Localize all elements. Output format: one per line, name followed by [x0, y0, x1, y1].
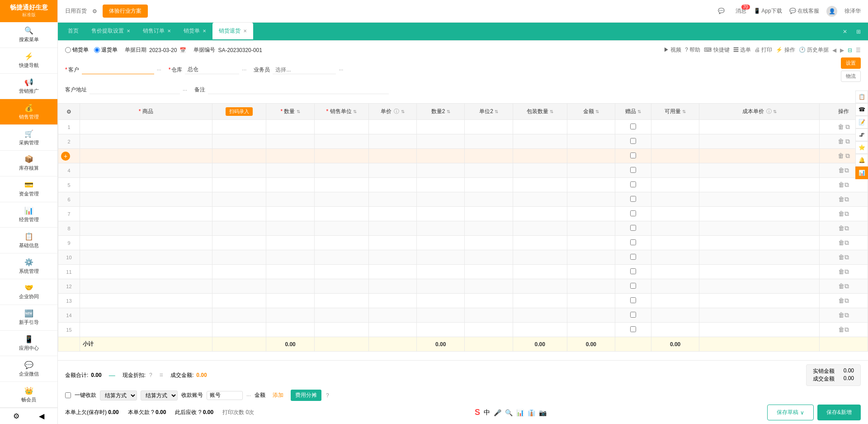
- right-panel-icon-2[interactable]: ☎: [855, 103, 868, 116]
- gift-checkbox[interactable]: [630, 283, 636, 289]
- unit-price-help-icon[interactable]: ⓘ: [394, 108, 399, 114]
- row-delete-icon[interactable]: 🗑: [838, 297, 844, 304]
- history-btn[interactable]: 🕐 历史单据: [799, 46, 829, 54]
- sidebar-item-sales[interactable]: 💰 销售管理: [0, 99, 57, 125]
- pack-qty-cell[interactable]: [513, 149, 567, 163]
- sidebar-item-purchase[interactable]: 🛒 采购管理: [0, 125, 57, 151]
- gift-cell[interactable]: [615, 120, 651, 134]
- grid-view-icon[interactable]: ⊟: [848, 47, 852, 53]
- save-draft-button[interactable]: 保存草稿 ∨: [767, 405, 814, 420]
- chinese-icon[interactable]: 中: [484, 409, 490, 417]
- row-delete-icon[interactable]: 🗑: [838, 268, 844, 275]
- customer-more-icon[interactable]: ···: [157, 67, 161, 73]
- add-payment-button[interactable]: 添加: [269, 391, 287, 400]
- sidebar-item-apps[interactable]: 📱 应用中心: [0, 331, 57, 357]
- gift-cell[interactable]: [615, 134, 651, 149]
- qty2-cell[interactable]: [416, 120, 464, 134]
- shortcut-btn[interactable]: ⌨ 快捷键: [704, 46, 729, 54]
- sidebar-item-guide[interactable]: 🆕 新手引导: [0, 305, 57, 331]
- next-doc-icon[interactable]: ▶: [840, 47, 844, 53]
- sidebar-item-inventory[interactable]: 📦 库存核算: [0, 151, 57, 176]
- quantity-cell[interactable]: [266, 149, 314, 163]
- tab-sales-delivery-close-icon[interactable]: ✕: [203, 29, 206, 33]
- gift-cell[interactable]: [615, 149, 651, 163]
- tab-price-setup[interactable]: 售价提取设置 ✕: [85, 23, 137, 40]
- row-copy-icon[interactable]: ⧉: [844, 167, 849, 174]
- row-copy-icon[interactable]: ⧉: [844, 297, 849, 304]
- sale-type-radio[interactable]: 销货单: [65, 46, 89, 54]
- salesperson-more-icon[interactable]: ···: [339, 67, 343, 73]
- cost-price-cell[interactable]: [699, 149, 820, 163]
- tab-sales-return-close-icon[interactable]: ✕: [243, 29, 247, 33]
- cost-price-cell[interactable]: [699, 120, 820, 134]
- sidebar-item-finance[interactable]: 💳 资金管理: [0, 176, 57, 202]
- pack-qty-cell[interactable]: [513, 120, 567, 134]
- return-radio-input[interactable]: [94, 47, 100, 53]
- select-btn[interactable]: ☰ 选单: [733, 46, 751, 54]
- row-copy-icon[interactable]: ⧉: [845, 123, 850, 130]
- tab-sales-order-close-icon[interactable]: ✕: [167, 29, 171, 33]
- account-input[interactable]: [207, 391, 243, 400]
- search-bottom-icon[interactable]: 🔍: [505, 409, 513, 416]
- sidebar-item-shortcut[interactable]: ⚡ 快捷导航: [0, 48, 57, 74]
- row-delete-icon[interactable]: 🗑: [838, 138, 844, 145]
- sidebar-item-wechat[interactable]: 💬 企业微信: [0, 356, 57, 382]
- right-panel-icon-5[interactable]: ⭐: [855, 141, 868, 154]
- amount-cell[interactable]: [567, 134, 615, 149]
- gift-checkbox[interactable]: [630, 210, 636, 216]
- operation-btn[interactable]: ⚡ 操作: [776, 46, 795, 54]
- row-delete-icon[interactable]: 🗑: [838, 239, 844, 246]
- unit-price-cell[interactable]: [368, 120, 416, 134]
- amount-cell[interactable]: [567, 149, 615, 163]
- trial-button[interactable]: 体验行业方案: [103, 5, 148, 18]
- row-copy-icon[interactable]: ⧉: [844, 210, 849, 217]
- salesperson-input[interactable]: [273, 66, 336, 74]
- help-btn[interactable]: ? 帮助: [685, 46, 700, 54]
- unit-cell[interactable]: [314, 149, 368, 163]
- qty2-cell[interactable]: [416, 134, 464, 149]
- address-more-icon[interactable]: ···: [183, 87, 187, 93]
- scan-button[interactable]: 扫码录入: [226, 107, 253, 116]
- right-panel-icon-6[interactable]: 🔔: [855, 154, 868, 167]
- address-input[interactable]: [90, 86, 180, 94]
- warehouse-more-icon[interactable]: ···: [242, 67, 246, 73]
- gift-checkbox[interactable]: [630, 196, 636, 202]
- right-panel-icon-4[interactable]: 🖇: [855, 129, 868, 141]
- row-copy-icon[interactable]: ⧉: [844, 326, 849, 333]
- sidebar-item-operation[interactable]: 📊 经营管理: [0, 202, 57, 228]
- row-copy-icon[interactable]: ⧉: [844, 195, 849, 203]
- gift-checkbox[interactable]: [630, 138, 636, 144]
- quantity-cell[interactable]: [266, 120, 314, 134]
- unit-price-cell[interactable]: [368, 134, 416, 149]
- right-panel-icon-3[interactable]: 📝: [855, 116, 868, 129]
- print-btn[interactable]: 🖨 打印: [755, 46, 772, 54]
- sidebar-item-search[interactable]: 🔍 搜索菜单: [0, 22, 57, 48]
- person-icon[interactable]: 👔: [528, 409, 535, 416]
- gift-checkbox[interactable]: [630, 254, 636, 260]
- sidebar-item-system[interactable]: ⚙️ 系统管理: [0, 253, 57, 279]
- gift-checkbox[interactable]: [630, 152, 636, 158]
- calc-select[interactable]: 结算方式: [141, 391, 178, 400]
- row-copy-icon[interactable]: ⧉: [844, 311, 849, 319]
- settlement-select[interactable]: 结算方式: [100, 391, 137, 400]
- unit-cell[interactable]: [314, 120, 368, 134]
- table-icon[interactable]: 📊: [516, 409, 524, 416]
- tab-sales-order[interactable]: 销售订单 ✕: [137, 23, 177, 40]
- cost-price-cell[interactable]: [699, 134, 820, 149]
- product-cell[interactable]: [80, 134, 212, 149]
- unit2-cell[interactable]: [465, 149, 513, 163]
- gift-checkbox[interactable]: [630, 167, 636, 173]
- row-delete-icon[interactable]: 🗑: [838, 181, 844, 188]
- app-download-link[interactable]: 📱 App下载: [754, 7, 782, 15]
- row-delete-icon[interactable]: 🗑: [838, 326, 844, 333]
- tab-sales-delivery[interactable]: 销货单 ✕: [177, 23, 212, 40]
- product-name-input[interactable]: [83, 153, 209, 159]
- payable-help-icon[interactable]: ?: [198, 409, 202, 415]
- available-cell[interactable]: [651, 134, 699, 149]
- prev-doc-icon[interactable]: ◀: [832, 47, 836, 53]
- sale-radio-input[interactable]: [65, 47, 71, 53]
- unit-cell[interactable]: [314, 134, 368, 149]
- tab-home[interactable]: 首页: [61, 23, 85, 40]
- discount-help-icon[interactable]: ?: [149, 372, 152, 378]
- cost-price-help-icon[interactable]: ⓘ: [766, 108, 772, 114]
